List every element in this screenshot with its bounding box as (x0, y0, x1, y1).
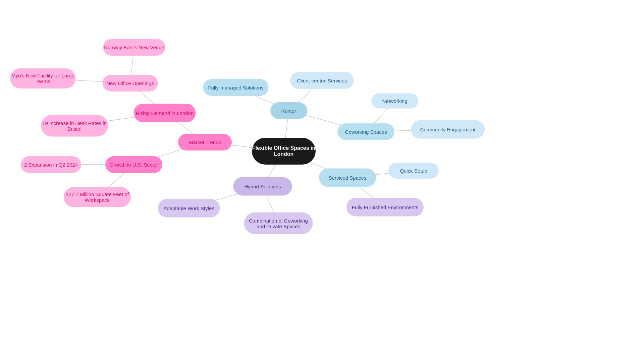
expansion-q2-label: 2 Expansion in Q2 2024 (24, 162, 78, 168)
adaptable-work-label: Adaptable Work Styles (163, 205, 214, 211)
center-label: Flexible Office Spaces in London (252, 145, 316, 157)
fully-furnished-label: Fully Furnished Environments (352, 204, 418, 210)
client-centric-node[interactable]: Client-centric Services (290, 72, 354, 89)
hybrid-solutions-label: Hybrid Solutions (244, 184, 281, 189)
expansion-q2-node[interactable]: 2 Expansion in Q2 2024 (21, 156, 81, 173)
fully-managed-label: Fully-managed Solutions (208, 85, 263, 90)
client-centric-label: Client-centric Services (297, 78, 347, 83)
community-engagement-node[interactable]: Community Engagement (411, 120, 485, 139)
kontor-label: Kontor (281, 108, 296, 114)
networking-node[interactable]: Networking (371, 94, 418, 109)
desk-rates-bristol-node[interactable]: 19 Increase in Desk Rates in Bristol (41, 115, 108, 137)
new-office-openings-node[interactable]: New Office Openings (103, 75, 158, 92)
myos-facility-node[interactable]: Myo's New Facility for Large Teams (10, 68, 76, 88)
growth-us-label: Growth in U.S. Sector (109, 162, 158, 168)
coworking-spaces-label: Coworking Spaces (345, 129, 387, 135)
growth-us-node[interactable]: Growth in U.S. Sector (105, 156, 162, 173)
market-trends-node[interactable]: Market Trends (178, 134, 232, 150)
community-engagement-label: Community Engagement (420, 127, 475, 132)
combination-coworking-label: Combination of Coworking and Private Spa… (244, 218, 313, 229)
myos-facility-label: Myo's New Facility for Large Teams (10, 73, 76, 84)
rising-demand-node[interactable]: Rising Demand in London (134, 104, 196, 122)
quick-setup-label: Quick Setup (400, 168, 427, 174)
rising-demand-label: Rising Demand in London (136, 110, 194, 116)
million-sqft-label: 127.7 Million Square Feet of Workspace (64, 191, 131, 203)
quick-setup-node[interactable]: Quick Setup (388, 163, 439, 179)
combination-coworking-node[interactable]: Combination of Coworking and Private Spa… (244, 213, 313, 234)
runway-east-label: Runway East's New Venue (104, 45, 164, 50)
market-trends-label: Market Trends (189, 139, 221, 145)
coworking-spaces-node[interactable]: Coworking Spaces (337, 123, 394, 140)
runway-east-node[interactable]: Runway East's New Venue (103, 39, 165, 56)
adaptable-work-node[interactable]: Adaptable Work Styles (158, 199, 220, 218)
networking-label: Networking (382, 98, 407, 104)
fully-managed-node[interactable]: Fully-managed Solutions (203, 79, 269, 96)
million-sqft-node[interactable]: 127.7 Million Square Feet of Workspace (64, 187, 131, 207)
hybrid-solutions-node[interactable]: Hybrid Solutions (233, 177, 292, 196)
fully-furnished-node[interactable]: Fully Furnished Environments (346, 198, 424, 217)
center-node[interactable]: Flexible Office Spaces in London (252, 138, 316, 165)
new-office-openings-label: New Office Openings (106, 80, 154, 86)
desk-rates-bristol-label: 19 Increase in Desk Rates in Bristol (41, 120, 108, 131)
serviced-spaces-label: Serviced Spaces (329, 175, 367, 181)
kontor-node[interactable]: Kontor (270, 102, 307, 119)
serviced-spaces-node[interactable]: Serviced Spaces (319, 169, 376, 187)
